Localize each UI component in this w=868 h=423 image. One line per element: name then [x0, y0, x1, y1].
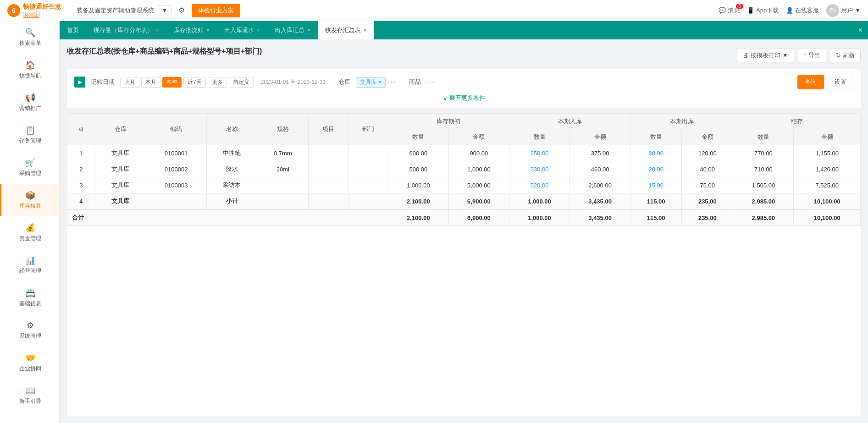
gear-button[interactable]: ⚙ [175, 4, 188, 17]
cell-opening-qty: 500.00 [388, 161, 448, 177]
sidebar-item-search[interactable]: 🔍 搜索菜单 [0, 21, 59, 54]
goods-dots[interactable]: ··· [426, 78, 435, 86]
tab-receive-send-close[interactable]: × [364, 27, 367, 33]
date-this-month[interactable]: 本月 [141, 77, 160, 88]
warehouse-tag-container: 文具库 × ··· [356, 77, 396, 88]
filter-expand-arrow[interactable]: ▶ [74, 77, 85, 88]
th-goods-spec: 规格 [257, 114, 309, 145]
cell-out-qty[interactable]: 15.00 [630, 177, 682, 193]
warehouse-dots[interactable]: ··· [387, 78, 396, 86]
export-icon: ↑ [804, 52, 807, 59]
cell-goods-name: 中性笔 [206, 145, 257, 161]
cell-in-qty[interactable]: 520.00 [509, 177, 569, 193]
tab-in-out-flow-label: 出入库流水 [224, 26, 254, 34]
cell-closing-amount: 10,100.00 [794, 193, 861, 210]
content-area: 首页 现存量（库存分布表） × 库存批次账 × 出入库流水 × 出入库汇总 × … [60, 21, 868, 423]
cell-in-qty[interactable]: 230.00 [509, 161, 569, 177]
logo-icon: 6 [7, 4, 20, 17]
sidebar-item-guide[interactable]: 📖 新手引导 [0, 379, 59, 412]
tab-in-out-summary-close[interactable]: × [307, 27, 310, 33]
tab-current-stock-close[interactable]: × [156, 27, 159, 33]
warehouse-tag-close-icon[interactable]: × [378, 79, 381, 85]
date-custom[interactable]: 自定义 [229, 77, 254, 88]
date-range: 2023-01-01 至 2023-12-31 [261, 78, 326, 86]
system-icon: ⚙ [27, 320, 34, 330]
cell-goods-code: 0100001 [146, 145, 206, 161]
expand-row: ∨ 展开更多条件 [74, 94, 853, 102]
table-container: ⚙ 仓库 编码 名称 规格 项目 部门 库存期初 本期入库 本期出库 [67, 113, 861, 416]
sidebar-item-system[interactable]: ⚙ 系统管理 [0, 314, 59, 346]
th-goods-code: 编码 [146, 114, 206, 145]
phone-icon: 📱 [747, 7, 754, 14]
app-download-button[interactable]: 📱 App下载 [747, 6, 779, 15]
th-opening-qty: 数量 [388, 129, 448, 145]
online-service-button[interactable]: 👤 在线客服 [786, 6, 819, 15]
th-out-amount: 金额 [682, 129, 733, 145]
tab-bar-close-all[interactable]: × [853, 26, 868, 34]
sidebar-item-quick-nav[interactable]: 🏠 快捷导航 [0, 54, 59, 86]
expand-icon: ∨ [443, 95, 448, 102]
tab-in-out-flow-close[interactable]: × [257, 27, 260, 33]
warehouse-tag[interactable]: 文具库 × [356, 77, 386, 88]
tab-receive-send[interactable]: 收发存汇总表 × [318, 21, 374, 39]
sidebar-item-enterprise[interactable]: 🤝 企业协同 [0, 346, 59, 379]
expand-more-conditions[interactable]: ∨ 展开更多条件 [443, 94, 485, 102]
table-settings-icon[interactable]: ⚙ [78, 126, 84, 133]
tab-in-out-summary[interactable]: 出入库汇总 × [267, 21, 318, 39]
sidebar-label-finance: 资金管理 [19, 235, 41, 242]
th-settings[interactable]: ⚙ [67, 114, 95, 145]
footer-out-qty: 115.00 [630, 209, 682, 226]
refresh-button[interactable]: ↻ 刷新 [830, 49, 861, 62]
cell-warehouse: 文具库 [95, 145, 146, 161]
tab-batch-account[interactable]: 库存批次账 × [166, 21, 217, 39]
date-last-month[interactable]: 上月 [120, 77, 139, 88]
sidebar-label-quick-nav: 快捷导航 [19, 72, 41, 80]
cell-goods-name: 采访本 [206, 177, 257, 193]
set-button[interactable]: 设置 [828, 75, 853, 89]
th-department: 部门 [348, 114, 388, 145]
print-button[interactable]: 🖨 按模板打印 ▼ [737, 49, 794, 62]
footer-opening-qty: 2,100.00 [388, 209, 448, 226]
sidebar-item-finance[interactable]: 💰 资金管理 [0, 216, 59, 249]
cell-num: 3 [67, 177, 95, 193]
cell-project [309, 145, 348, 161]
query-button[interactable]: 查询 [797, 75, 824, 89]
tab-home[interactable]: 首页 [60, 21, 86, 39]
user-menu-button[interactable]: Ea 用户 ▼ [826, 4, 861, 17]
footer-opening-amount: 6,900.00 [448, 209, 509, 226]
sidebar-item-purchase[interactable]: 🛒 采购管理 [0, 151, 59, 184]
header-left: 6 畅捷通好生意 标准版 装备及固定资产辅助管理系统 ▼ ⚙ 体验行业方案 [7, 2, 240, 18]
cell-goods-name: 小计 [206, 193, 257, 210]
system-selector[interactable]: ▼ [158, 5, 171, 16]
cell-goods-spec [257, 193, 309, 210]
sidebar-item-sales[interactable]: 📋 销售管理 [0, 119, 59, 151]
table-row: 4 文具库 小计 2,100.00 6,900.00 1,000.00 3,43… [67, 193, 861, 210]
logo-area: 6 畅捷通好生意 标准版 [7, 2, 61, 18]
tab-current-stock[interactable]: 现存量（库存分布表） × [86, 21, 166, 39]
tab-batch-account-close[interactable]: × [206, 27, 210, 33]
tab-in-out-flow[interactable]: 出入库流水 × [217, 21, 267, 39]
cell-out-qty[interactable]: 80.00 [630, 145, 682, 161]
sidebar-item-marketing[interactable]: 📢 营销推广 [0, 86, 59, 119]
cell-project [309, 193, 348, 210]
trial-button[interactable]: 体验行业方案 [192, 4, 240, 17]
cell-out-amount: 120.00 [682, 145, 733, 161]
cell-closing-qty: 1,505.00 [733, 177, 794, 193]
sidebar-item-inventory[interactable]: 📦 库存核算 [0, 184, 59, 216]
sidebar-item-base-info[interactable]: 📇 基础信息 [0, 281, 59, 314]
sidebar-item-operations[interactable]: 📊 经营管理 [0, 249, 59, 281]
cell-out-qty[interactable]: 20.00 [630, 161, 682, 177]
cell-in-qty[interactable]: 250.00 [509, 145, 569, 161]
date-this-year[interactable]: 本年 [162, 77, 182, 88]
purchase-icon: 🛒 [25, 158, 35, 168]
message-button[interactable]: 💬 消息 6 [719, 6, 740, 15]
export-button[interactable]: ↑ 导出 [798, 49, 827, 62]
cell-opening-amount: 5,000.00 [448, 177, 509, 193]
date-last-7-days[interactable]: 近7天 [183, 77, 206, 88]
date-more[interactable]: 更多 [208, 77, 227, 88]
search-icon: 🔍 [25, 27, 35, 38]
cell-department [348, 161, 388, 177]
tab-in-out-summary-label: 出入库汇总 [275, 26, 304, 34]
cell-closing-qty: 770.00 [733, 145, 794, 161]
cell-closing-amount: 7,525.00 [794, 177, 861, 193]
